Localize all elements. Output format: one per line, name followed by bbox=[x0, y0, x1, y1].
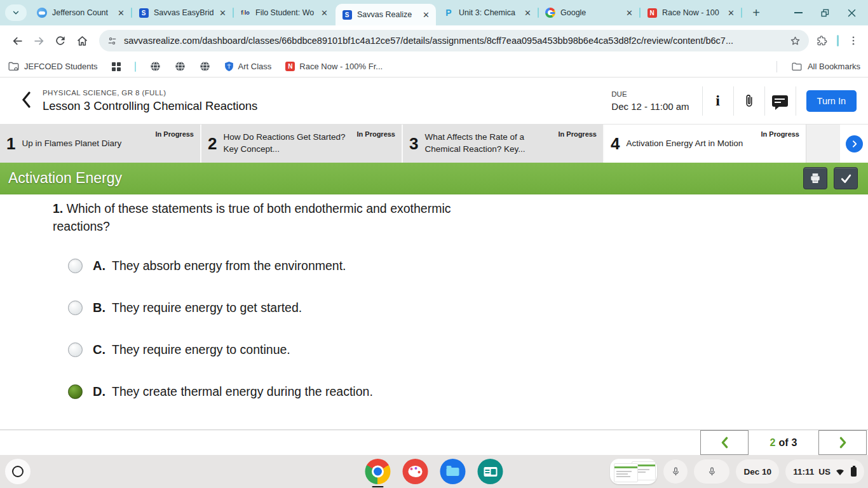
bookmark-site-1[interactable] bbox=[150, 61, 161, 72]
answer-option-d[interactable]: D. They create thermal energy during the… bbox=[68, 384, 868, 399]
print-button[interactable] bbox=[803, 167, 827, 189]
tab-close-icon[interactable]: ✕ bbox=[115, 7, 127, 19]
bookmark-star-button[interactable] bbox=[789, 35, 801, 47]
dictation-button[interactable] bbox=[694, 459, 729, 484]
next-page-button[interactable] bbox=[818, 430, 867, 455]
tab-label: Unit 3: Chemica bbox=[459, 8, 522, 17]
answer-option-c[interactable]: C. They require energy to continue. bbox=[68, 342, 868, 357]
back-to-assignment-button[interactable] bbox=[22, 92, 31, 111]
mic-tray-button[interactable] bbox=[663, 459, 688, 484]
bookmark-race-now[interactable]: N Race Now - 100% Fr... bbox=[285, 62, 383, 71]
toolbar-divider bbox=[837, 35, 839, 46]
browser-tab-google[interactable]: Google ✕ bbox=[539, 0, 639, 25]
folder-icon bbox=[791, 62, 803, 72]
minimize-window-button[interactable] bbox=[793, 8, 803, 18]
browser-tab-savvas-realize-active[interactable]: S Savvas Realize ✕ bbox=[336, 4, 436, 25]
new-tab-button[interactable]: + bbox=[747, 4, 765, 22]
restore-window-button[interactable] bbox=[820, 8, 830, 18]
bookmark-folder-jefcoed[interactable]: JEFCOED Students bbox=[8, 61, 98, 72]
browser-tab-racenow[interactable]: N Race Now - 100 ✕ bbox=[641, 0, 741, 25]
tab-close-icon[interactable]: ✕ bbox=[318, 7, 330, 19]
info-button[interactable]: i bbox=[703, 86, 733, 116]
browser-tab-strip: Jefferson Count ✕ S Savvas EasyBrid ✕ fi… bbox=[0, 0, 868, 25]
files-app-button[interactable] bbox=[440, 459, 466, 484]
answer-radio[interactable] bbox=[68, 384, 83, 399]
address-bar[interactable]: savvasrealize.com/dashboard/classes/66bd… bbox=[99, 30, 809, 51]
lesson-tab-1[interactable]: 1 Up in Flames Planet Diary In Progress bbox=[0, 125, 201, 163]
browser-tab-filo[interactable]: filo Filo Student: Wo ✕ bbox=[234, 0, 334, 25]
tab-label: Google bbox=[560, 8, 623, 17]
screencast-app-button[interactable] bbox=[478, 459, 503, 484]
filo-favicon-icon: filo bbox=[240, 8, 250, 18]
screencast-icon bbox=[484, 467, 497, 477]
answer-radio[interactable] bbox=[68, 259, 83, 273]
question-text: Which of these statements is true of bot… bbox=[53, 201, 451, 233]
tab-separator bbox=[741, 8, 742, 18]
extensions-button[interactable] bbox=[815, 34, 828, 47]
page-title: Lesson 3 Controlling Chemical Reactions bbox=[43, 99, 257, 113]
forward-button[interactable] bbox=[28, 30, 50, 51]
answer-radio[interactable] bbox=[68, 342, 83, 357]
page-indicator: 2 of 3 bbox=[749, 430, 818, 455]
close-window-button[interactable] bbox=[846, 8, 857, 18]
calendar-button[interactable]: Dec 10 bbox=[736, 459, 779, 484]
tab-search-button[interactable] bbox=[5, 4, 27, 21]
submit-check-button[interactable] bbox=[834, 167, 858, 189]
chevron-right-icon bbox=[838, 437, 848, 449]
bookmark-art-class[interactable]: Art Class bbox=[224, 61, 272, 72]
site-settings-icon bbox=[107, 36, 118, 46]
next-lesson-item-button[interactable] bbox=[846, 135, 863, 152]
all-bookmarks-button[interactable]: All Bookmarks bbox=[776, 61, 860, 72]
bookmark-label: JEFCOED Students bbox=[24, 62, 98, 71]
bookmarks-bar: JEFCOED Students Art Class N Race Now - … bbox=[0, 56, 868, 78]
back-icon bbox=[11, 34, 24, 48]
globe-icon bbox=[200, 61, 210, 72]
lesson-tab-title: Up in Flames Planet Diary bbox=[22, 138, 175, 150]
lesson-tab-number: 3 bbox=[409, 134, 418, 154]
tab-close-icon[interactable]: ✕ bbox=[725, 7, 737, 19]
system-tray-button[interactable]: 11:11 US bbox=[785, 459, 864, 484]
lesson-tab-3[interactable]: 3 What Affects the Rate of a Chemical Re… bbox=[403, 125, 604, 163]
tab-close-icon[interactable]: ✕ bbox=[623, 7, 635, 19]
lesson-tab-4[interactable]: 4 Activation Energy Art in Motion In Pro… bbox=[604, 125, 806, 163]
attachments-button[interactable] bbox=[734, 86, 764, 116]
chrome-app-button[interactable] bbox=[365, 459, 391, 484]
previous-page-button[interactable] bbox=[700, 430, 749, 455]
comments-button[interactable] bbox=[765, 86, 796, 116]
answer-option-b[interactable]: B. They require energy to get started. bbox=[68, 301, 868, 315]
globe-icon bbox=[175, 61, 186, 72]
bookmark-apps-grid[interactable] bbox=[112, 62, 121, 71]
home-icon bbox=[76, 34, 89, 48]
launcher-icon bbox=[12, 466, 24, 477]
browser-menu-button[interactable] bbox=[848, 35, 859, 46]
browser-tab-unit3[interactable]: P Unit 3: Chemica ✕ bbox=[437, 0, 538, 25]
tab-close-icon[interactable]: ✕ bbox=[522, 7, 534, 19]
star-icon bbox=[789, 35, 801, 47]
bookmark-site-3[interactable] bbox=[200, 61, 210, 72]
assignment-header: PHYSICAL SCIENCE, GR 8 (FULL) Lesson 3 C… bbox=[0, 78, 868, 125]
turn-in-button[interactable]: Turn In bbox=[806, 90, 857, 112]
browser-toolbar: savvasrealize.com/dashboard/classes/66bd… bbox=[0, 25, 868, 56]
home-button[interactable] bbox=[71, 30, 93, 51]
tab-close-icon[interactable]: ✕ bbox=[217, 7, 229, 19]
kebab-menu-icon bbox=[848, 35, 859, 46]
question-text-block: 1. Which of these statements is true of … bbox=[53, 200, 477, 235]
running-indicator bbox=[372, 486, 384, 488]
reload-button[interactable] bbox=[50, 30, 71, 51]
browser-tab-jefferson[interactable]: Jefferson Count ✕ bbox=[31, 0, 131, 25]
tab-close-icon[interactable]: ✕ bbox=[420, 9, 432, 21]
screenshot-preview-button[interactable] bbox=[610, 459, 657, 484]
folder-gear-icon bbox=[8, 61, 20, 72]
tab-label: Race Now - 100 bbox=[662, 8, 725, 17]
answer-radio[interactable] bbox=[68, 301, 83, 315]
launcher-button[interactable] bbox=[5, 459, 31, 484]
lesson-tab-2[interactable]: 2 How Do Reactions Get Started? Key Conc… bbox=[201, 125, 403, 163]
input-method-label: US bbox=[818, 467, 831, 477]
browser-tab-easybridge[interactable]: S Savvas EasyBrid ✕ bbox=[132, 0, 233, 25]
canvas-app-button[interactable] bbox=[403, 459, 428, 484]
page-of-label: of bbox=[778, 437, 788, 449]
answer-option-a[interactable]: A. They absorb energy from the environme… bbox=[68, 259, 868, 273]
back-button[interactable] bbox=[6, 30, 28, 51]
activity-title-bar: Activation Energy bbox=[0, 163, 868, 194]
bookmark-site-2[interactable] bbox=[175, 61, 186, 72]
